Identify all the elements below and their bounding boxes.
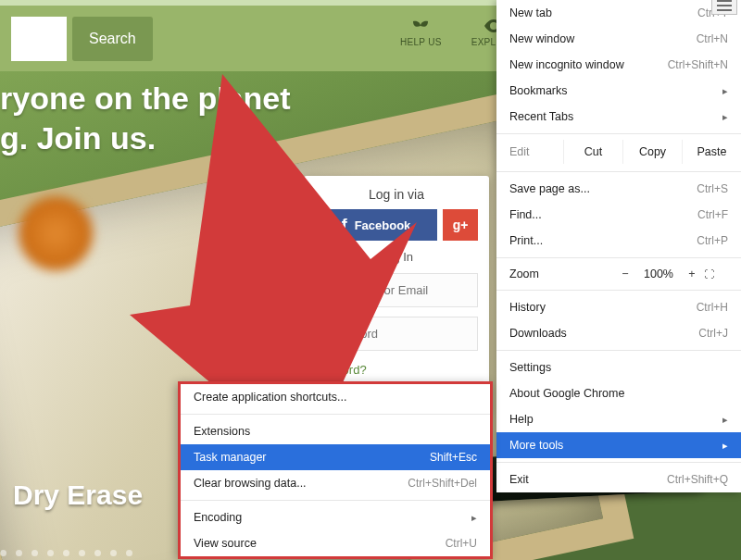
menu-separator [496, 462, 741, 463]
caption-dry-erase: Dry Erase [13, 479, 143, 511]
menu-new-window[interactable]: New windowCtrl+N [496, 26, 741, 52]
chevron-right-icon: ▸ [722, 414, 728, 426]
chrome-main-menu: New tabCtrl+T New windowCtrl+N New incog… [496, 0, 741, 492]
google-plus-button[interactable]: g+ [443, 209, 478, 241]
menu-copy[interactable]: Copy [622, 140, 682, 164]
menu-paste[interactable]: Paste [682, 140, 741, 164]
password-field[interactable] [315, 317, 478, 351]
login-card: Log in via fFacebook g+ Log In assword? … [304, 176, 489, 414]
menu-history[interactable]: HistoryCtrl+H [496, 294, 741, 320]
submenu-extensions[interactable]: Extensions [181, 418, 490, 444]
submenu-view-source[interactable]: View sourceCtrl+U [181, 530, 490, 556]
submenu-task-manager[interactable]: Task managerShift+Esc [181, 444, 490, 470]
menu-about-chrome[interactable]: About Google Chrome [496, 380, 741, 406]
username-field[interactable] [315, 273, 478, 307]
menu-separator [181, 500, 490, 501]
menu-incognito[interactable]: New incognito windowCtrl+Shift+N [496, 52, 741, 78]
menu-help[interactable]: Help▸ [496, 406, 741, 432]
carousel-dots[interactable] [0, 550, 132, 556]
zoom-in-button[interactable]: + [680, 268, 704, 280]
menu-print[interactable]: Print...Ctrl+P [496, 228, 741, 254]
menu-separator [496, 290, 741, 291]
menu-bookmarks[interactable]: Bookmarks▸ [496, 78, 741, 104]
menu-find[interactable]: Find...Ctrl+F [496, 202, 741, 228]
menu-cut[interactable]: Cut [563, 140, 622, 164]
chevron-right-icon: ▸ [722, 111, 728, 123]
zoom-value: 100% [637, 268, 680, 280]
facebook-button[interactable]: fFacebook [315, 209, 437, 241]
help-us-link[interactable]: HELP US [400, 15, 442, 47]
facebook-icon: f [342, 216, 347, 235]
submenu-clear-data[interactable]: Clear browsing data...Ctrl+Shift+Del [181, 470, 490, 496]
search-box: Search [11, 17, 153, 61]
hamburger-icon[interactable] [711, 0, 737, 15]
menu-downloads[interactable]: DownloadsCtrl+J [496, 320, 741, 346]
more-tools-submenu: Create application shortcuts... Extensio… [178, 381, 493, 559]
login-via-label: Log in via [315, 187, 478, 202]
menu-separator [496, 350, 741, 351]
submenu-encoding[interactable]: Encoding▸ [181, 504, 490, 530]
menu-save-page[interactable]: Save page as...Ctrl+S [496, 176, 741, 202]
menu-settings[interactable]: Settings [496, 355, 741, 380]
fullscreen-icon[interactable]: ⛶ [704, 268, 728, 280]
sprout-icon [408, 15, 433, 37]
or-login-label: Log In [315, 250, 478, 264]
menu-separator [496, 133, 741, 134]
chevron-right-icon: ▸ [471, 512, 477, 524]
menu-separator [496, 171, 741, 172]
search-button[interactable]: Search [72, 17, 153, 61]
search-input[interactable] [11, 17, 67, 61]
menu-recent-tabs[interactable]: Recent Tabs▸ [496, 104, 741, 130]
zoom-label: Zoom [509, 268, 613, 280]
menu-separator [181, 414, 490, 415]
menu-separator [496, 257, 741, 258]
menu-edit-row: Edit Cut Copy Paste [496, 138, 741, 168]
menu-new-tab[interactable]: New tabCtrl+T [496, 0, 741, 26]
chevron-right-icon: ▸ [722, 440, 728, 452]
menu-edit-label: Edit [509, 145, 563, 158]
menu-zoom-row: Zoom − 100% + ⛶ [496, 262, 741, 286]
chevron-right-icon: ▸ [722, 85, 728, 97]
menu-exit[interactable]: ExitCtrl+Shift+Q [496, 467, 741, 492]
help-us-label: HELP US [400, 37, 442, 47]
zoom-out-button[interactable]: − [613, 268, 637, 280]
menu-more-tools[interactable]: More tools▸ [496, 432, 741, 458]
hero-headline: ryone on the planet g. Join us. [0, 79, 291, 157]
submenu-create-shortcuts[interactable]: Create application shortcuts... [181, 384, 490, 410]
